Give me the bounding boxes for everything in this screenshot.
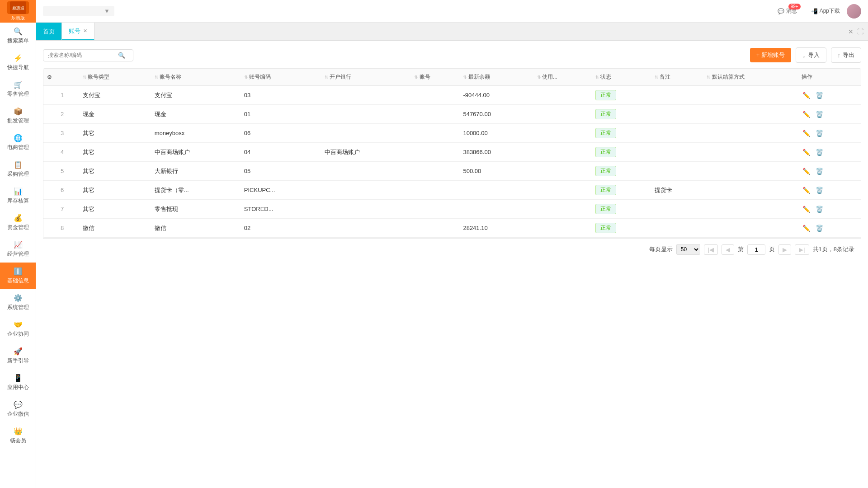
row-num: 2: [57, 105, 79, 124]
col-status[interactable]: ⇅ 状态: [592, 69, 651, 86]
col-balance[interactable]: ⇅ 最新余额: [459, 69, 533, 86]
tab-account-label: 账号: [69, 27, 80, 35]
edit-button[interactable]: ✏️: [802, 148, 811, 157]
row-remark: [651, 124, 703, 143]
topbar-search-input[interactable]: [47, 8, 102, 14]
row-actions: ✏️ 🗑️: [798, 86, 861, 105]
table-search-input[interactable]: [48, 52, 116, 58]
sidebar-item-operation[interactable]: 📈 经营管理: [0, 236, 36, 263]
app-download-button[interactable]: 📲 App下载: [811, 7, 840, 15]
topbar-search[interactable]: ▼: [43, 6, 114, 16]
col-gear[interactable]: ⚙: [43, 69, 57, 86]
row-settlement: [703, 162, 797, 181]
tab-account[interactable]: 账号 ✕: [62, 23, 94, 40]
edit-button[interactable]: ✏️: [802, 224, 811, 233]
sidebar-item-app-center[interactable]: 📱 应用中心: [0, 369, 36, 396]
sidebar-item-search-menu[interactable]: 🔍 搜索菜单: [0, 23, 36, 49]
tab-home[interactable]: 首页: [36, 23, 62, 40]
row-remark: [651, 200, 703, 219]
col-remark[interactable]: ⇅ 备注: [651, 69, 703, 86]
page-last-button[interactable]: ▶|: [795, 244, 809, 255]
row-code: 02: [241, 219, 321, 238]
export-button[interactable]: ↑ 导出: [831, 47, 862, 63]
edit-button[interactable]: ✏️: [802, 167, 811, 176]
row-bank: [321, 162, 410, 181]
tab-home-label: 首页: [43, 28, 55, 36]
col-name[interactable]: ⇅ 账号名称: [151, 69, 241, 86]
delete-button[interactable]: 🗑️: [815, 110, 824, 119]
sidebar-item-company-agreement[interactable]: 🤝 企业协同: [0, 316, 36, 343]
edit-button[interactable]: ✏️: [802, 91, 811, 100]
edit-button[interactable]: ✏️: [802, 110, 811, 119]
row-name: 中百商场账户: [151, 143, 241, 162]
import-button[interactable]: ↓ 导入: [796, 47, 826, 63]
sidebar-item-quick-nav[interactable]: ⚡ 快捷导航: [0, 49, 36, 76]
import-label: 导入: [808, 51, 820, 59]
edit-button[interactable]: ✏️: [802, 129, 811, 138]
col-type[interactable]: ⇅ 账号类型: [79, 69, 151, 86]
inventory-icon: 📊: [14, 187, 23, 196]
tab-fullscreen[interactable]: ⛶: [857, 28, 863, 35]
row-gear: [43, 86, 57, 105]
page-input[interactable]: [747, 244, 765, 255]
table-row: 6 其它 提货卡（零... PICKUPC... 正常 提货卡 ✏️ 🗑️: [43, 181, 861, 200]
edit-button[interactable]: ✏️: [802, 186, 811, 195]
table-search-icon[interactable]: 🔍: [118, 52, 125, 59]
delete-button[interactable]: 🗑️: [815, 129, 824, 138]
edit-button[interactable]: ✏️: [802, 205, 811, 214]
page-first-button[interactable]: |◀: [704, 244, 718, 255]
page-prev-button[interactable]: ◀: [722, 244, 734, 255]
add-account-button[interactable]: + 新增账号: [750, 48, 791, 62]
gear-icon: ⚙: [47, 74, 52, 80]
row-status: 正常: [592, 86, 651, 105]
delete-button[interactable]: 🗑️: [815, 224, 824, 233]
delete-button[interactable]: 🗑️: [815, 205, 824, 214]
message-button[interactable]: 💬 消息 99+: [778, 7, 797, 15]
sidebar-item-purchase[interactable]: 📋 采购管理: [0, 156, 36, 183]
delete-button[interactable]: 🗑️: [815, 167, 824, 176]
status-badge: 正常: [595, 90, 616, 100]
sidebar-item-wholesale[interactable]: 📦 批发管理: [0, 103, 36, 129]
avatar[interactable]: [847, 4, 861, 19]
col-code[interactable]: ⇅ 账号编码: [241, 69, 321, 86]
row-num: 4: [57, 143, 79, 162]
sidebar-item-finance[interactable]: 💰 资金管理: [0, 209, 36, 236]
sidebar-item-member[interactable]: 👑 畅会员: [0, 422, 36, 449]
col-usage[interactable]: ⇅ 使用...: [533, 69, 592, 86]
topbar-dropdown-icon[interactable]: ▼: [104, 8, 110, 14]
row-settlement: [703, 219, 797, 238]
row-name: 支付宝: [151, 86, 241, 105]
row-code: STORED...: [241, 200, 321, 219]
sidebar-item-retail[interactable]: 🛒 零售管理: [0, 76, 36, 103]
row-remark: [651, 86, 703, 105]
sidebar-item-enterprise-wechat[interactable]: 💬 企业微信: [0, 396, 36, 422]
tab-close-all[interactable]: ✕: [848, 28, 854, 35]
sidebar-item-basic-info[interactable]: ℹ️ 基础信息: [0, 263, 36, 289]
delete-button[interactable]: 🗑️: [815, 91, 824, 100]
sort-icon-name: ⇅: [155, 75, 158, 80]
col-bank[interactable]: ⇅ 开户银行: [321, 69, 410, 86]
sidebar-item-ecommerce[interactable]: 🌐 电商管理: [0, 129, 36, 156]
col-account[interactable]: ⇅ 账号: [410, 69, 459, 86]
page-size-label: 每页显示: [649, 245, 673, 253]
tab-close-icon[interactable]: ✕: [83, 28, 87, 34]
page-next-button[interactable]: ▶: [778, 244, 791, 255]
delete-button[interactable]: 🗑️: [815, 148, 824, 157]
sort-icon-balance: ⇅: [463, 75, 467, 80]
sidebar-item-label: 应用中心: [7, 384, 29, 391]
row-account: [410, 162, 459, 181]
table-row: 5 其它 大新银行 05 500.00 正常 ✏️ 🗑️: [43, 162, 861, 181]
sidebar-item-system[interactable]: ⚙️ 系统管理: [0, 289, 36, 316]
page-size-select[interactable]: 50 100 200: [676, 244, 700, 255]
row-balance: [459, 200, 533, 219]
row-num: 8: [57, 219, 79, 238]
col-settlement[interactable]: ⇅ 默认结算方式: [703, 69, 797, 86]
table-search-wrap[interactable]: 🔍: [43, 49, 133, 61]
sidebar-item-new-guide[interactable]: 🚀 新手引导: [0, 343, 36, 369]
export-label: 导出: [843, 51, 854, 59]
row-gear: [43, 200, 57, 219]
sidebar-item-inventory[interactable]: 📊 库存核算: [0, 183, 36, 209]
row-balance: 383866.00: [459, 143, 533, 162]
logo-text: 乐惠版: [11, 15, 25, 21]
delete-button[interactable]: 🗑️: [815, 186, 824, 195]
